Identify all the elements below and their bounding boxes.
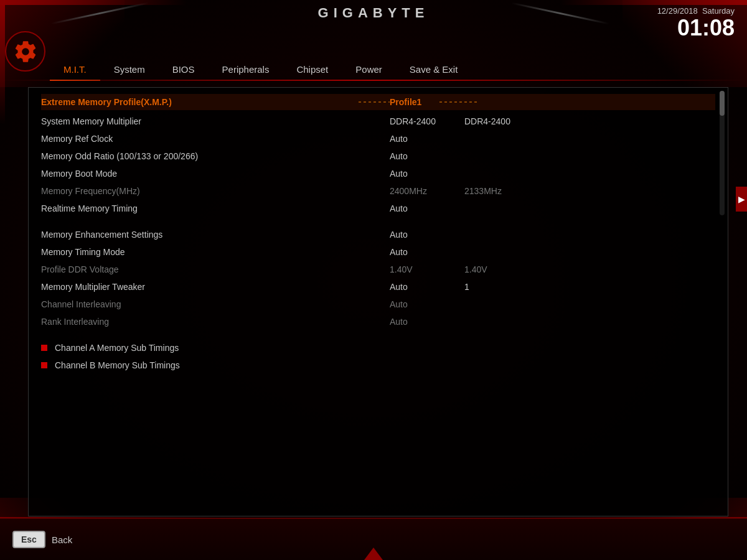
label-profile-ddr-voltage: Profile DDR Voltage — [41, 264, 390, 274]
bottom-bar: Esc Back — [0, 518, 747, 560]
value1-memory-enhancement: Auto — [390, 230, 464, 240]
right-scroll-arrow[interactable]: ▶ — [736, 187, 747, 212]
tab-peripherals[interactable]: Peripherals — [209, 60, 283, 81]
channel-b-icon — [41, 362, 47, 368]
tab-chipset[interactable]: Chipset — [283, 60, 342, 81]
nav-tabs: M.I.T. System BIOS Peripherals Chipset P… — [50, 60, 747, 81]
tab-save-exit[interactable]: Save & Exit — [396, 60, 472, 81]
label-memory-enhancement: Memory Enhancement Settings — [41, 230, 390, 240]
row-memory-boot-mode[interactable]: Memory Boot Mode Auto — [41, 165, 715, 182]
row-memory-multiplier-tweaker[interactable]: Memory Multiplier Tweaker Auto 1 — [41, 278, 715, 296]
row-memory-enhancement[interactable]: Memory Enhancement Settings Auto — [41, 226, 715, 243]
tab-power[interactable]: Power — [342, 60, 396, 81]
value1-rank-interleaving: Auto — [390, 317, 464, 327]
label-channel-b: Channel B Memory Sub Timings — [55, 360, 180, 370]
label-memory-odd-ratio: Memory Odd Ratio (100/133 or 200/266) — [41, 151, 390, 161]
clock-time: 01:08 — [657, 16, 735, 40]
label-memory-multiplier-tweaker: Memory Multiplier Tweaker — [41, 282, 390, 292]
row-memory-odd-ratio[interactable]: Memory Odd Ratio (100/133 or 200/266) Au… — [41, 147, 715, 165]
value1-profile-ddr-voltage: 1.40V — [390, 264, 464, 274]
row-realtime-memory-timing[interactable]: Realtime Memory Timing Auto — [41, 200, 715, 217]
label-realtime-memory-timing: Realtime Memory Timing — [41, 203, 390, 213]
row-memory-ref-clock[interactable]: Memory Ref Clock Auto — [41, 130, 715, 147]
tab-system[interactable]: System — [100, 60, 159, 81]
logo-area: GIGABYTE — [0, 0, 747, 21]
label-system-memory-multiplier: System Memory Multiplier — [41, 116, 390, 126]
xmp-label: Extreme Memory Profile(X.M.P.) — [41, 97, 390, 107]
channel-a-icon — [41, 345, 47, 351]
value1-memory-frequency: 2400MHz — [390, 186, 464, 196]
label-memory-boot-mode: Memory Boot Mode — [41, 169, 390, 179]
value2-memory-multiplier-tweaker: 1 — [464, 282, 715, 292]
label-channel-interleaving: Channel Interleaving — [41, 299, 390, 309]
separator-1 — [41, 217, 715, 226]
row-channel-b[interactable]: Channel B Memory Sub Timings — [41, 357, 715, 374]
row-channel-a[interactable]: Channel A Memory Sub Timings — [41, 339, 715, 357]
row-profile-ddr-voltage: Profile DDR Voltage 1.40V 1.40V — [41, 261, 715, 278]
value1-memory-odd-ratio: Auto — [390, 151, 464, 161]
brand-logo: GIGABYTE — [318, 5, 430, 21]
label-memory-ref-clock: Memory Ref Clock — [41, 134, 390, 144]
tab-bios[interactable]: BIOS — [159, 60, 209, 81]
bottom-triangle-decoration — [364, 548, 383, 560]
scroll-thumb[interactable] — [720, 91, 725, 116]
value1-system-memory-multiplier: DDR4-2400 — [390, 116, 464, 126]
row-memory-frequency: Memory Frequency(MHz) 2400MHz 2133MHz — [41, 182, 715, 200]
value1-memory-multiplier-tweaker: Auto — [390, 282, 464, 292]
back-label[interactable]: Back — [52, 534, 72, 545]
value1-memory-timing-mode: Auto — [390, 247, 464, 257]
separator-2 — [41, 330, 715, 339]
value1-channel-interleaving: Auto — [390, 299, 464, 309]
settings-table: Extreme Memory Profile(X.M.P.) Profile1 … — [41, 94, 715, 374]
label-rank-interleaving: Rank Interleaving — [41, 317, 390, 327]
label-memory-frequency: Memory Frequency(MHz) — [41, 186, 390, 196]
clock-date: 12/29/2018 Saturday — [657, 6, 735, 16]
row-channel-interleaving: Channel Interleaving Auto — [41, 296, 715, 313]
gear-icon-area — [5, 31, 45, 72]
value2-memory-frequency: 2133MHz — [464, 186, 715, 196]
xmp-row[interactable]: Extreme Memory Profile(X.M.P.) Profile1 — [41, 94, 715, 110]
value2-system-memory-multiplier: DDR4-2400 — [464, 116, 715, 126]
gear-icon — [13, 39, 38, 64]
value1-realtime-memory-timing: Auto — [390, 203, 464, 213]
row-rank-interleaving: Rank Interleaving Auto — [41, 313, 715, 330]
label-memory-timing-mode: Memory Timing Mode — [41, 247, 390, 257]
value2-profile-ddr-voltage: 1.40V — [464, 264, 715, 274]
header: GIGABYTE 12/29/2018 Saturday 01:08 M.I.T… — [0, 0, 747, 81]
label-channel-a: Channel A Memory Sub Timings — [55, 343, 179, 353]
tab-mit[interactable]: M.I.T. — [50, 60, 100, 81]
main-content: Extreme Memory Profile(X.M.P.) Profile1 … — [28, 87, 728, 516]
value1-memory-boot-mode: Auto — [390, 169, 464, 179]
clock-area: 12/29/2018 Saturday 01:08 — [657, 6, 735, 40]
xmp-value: Profile1 — [390, 97, 464, 107]
nav-divider — [0, 80, 747, 81]
value1-memory-ref-clock: Auto — [390, 134, 464, 144]
row-memory-timing-mode[interactable]: Memory Timing Mode Auto — [41, 243, 715, 261]
esc-key[interactable]: Esc — [12, 531, 45, 548]
row-system-memory-multiplier[interactable]: System Memory Multiplier DDR4-2400 DDR4-… — [41, 113, 715, 130]
scrollbar[interactable] — [720, 91, 725, 215]
